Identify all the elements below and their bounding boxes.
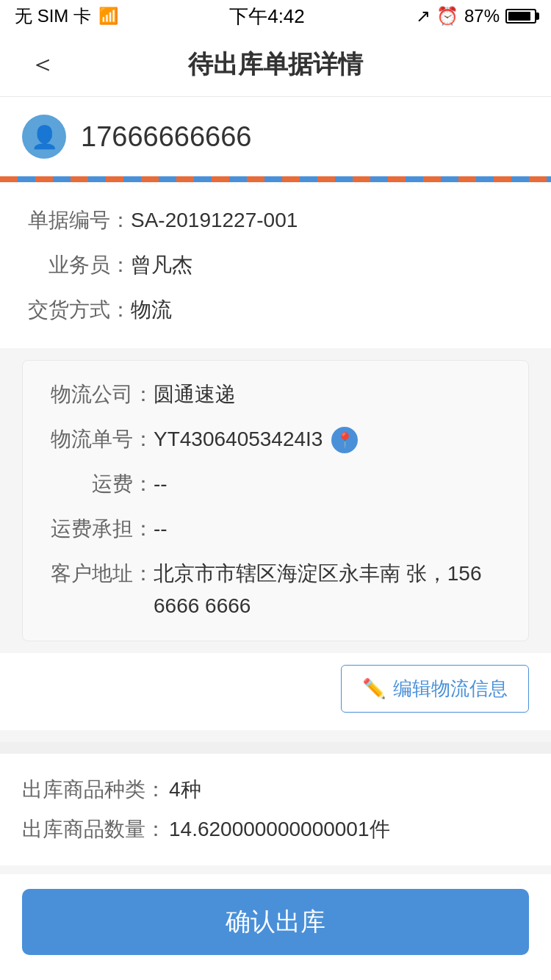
- edit-icon: ✏️: [362, 677, 386, 700]
- logistics-company-label: 物流公司：: [45, 378, 154, 411]
- address-label: 客户地址：: [45, 558, 154, 591]
- address-row: 客户地址： 北京市市辖区海淀区永丰南 张，156 6666 6666: [45, 558, 506, 624]
- avatar-icon: 👤: [31, 124, 58, 150]
- tracking-no-row: 物流单号： YT43064053424I3 📍: [45, 423, 506, 456]
- status-right: ↗ ⏰ 87%: [416, 6, 536, 26]
- freight-row: 运费： --: [45, 468, 506, 501]
- avatar: 👤: [22, 115, 66, 159]
- location-status-icon: ↗: [416, 6, 431, 26]
- product-quantity-label: 出库商品数量：: [22, 815, 169, 843]
- sales-person-label: 业务员：: [22, 249, 131, 282]
- product-types-label: 出库商品种类：: [22, 776, 169, 804]
- status-left: 无 SIM 卡 📶: [15, 4, 118, 28]
- tracking-location-icon[interactable]: 📍: [331, 427, 358, 453]
- freight-bear-value: --: [154, 513, 506, 546]
- order-info-section: 单据编号： SA-20191227-001 业务员： 曾凡杰 交货方式： 物流: [0, 182, 551, 348]
- order-no-value: SA-20191227-001: [131, 204, 529, 237]
- logistics-company-row: 物流公司： 圆通速递: [45, 378, 506, 411]
- battery-percent: 87%: [464, 6, 500, 26]
- freight-value: --: [154, 468, 506, 501]
- nav-bar: ＜ 待出库单据详情: [0, 32, 551, 97]
- dashed-divider: [0, 176, 551, 182]
- product-quantity-value: 14.620000000000001件: [169, 815, 390, 843]
- order-no-label: 单据编号：: [22, 204, 131, 237]
- sales-person-value: 曾凡杰: [131, 249, 529, 282]
- customer-section: 👤 17666666666: [0, 97, 551, 176]
- delivery-method-row: 交货方式： 物流: [22, 294, 529, 327]
- tracking-no-value: YT43064053424I3 📍: [154, 423, 506, 456]
- freight-bear-label: 运费承担：: [45, 513, 154, 546]
- address-value: 北京市市辖区海淀区永丰南 张，156 6666 6666: [154, 558, 506, 624]
- bottom-button-wrap: 确认出库: [0, 874, 551, 980]
- status-bar: 无 SIM 卡 📶 下午4:42 ↗ ⏰ 87%: [0, 0, 551, 32]
- confirm-outbound-button[interactable]: 确认出库: [22, 889, 529, 955]
- logistics-company-value: 圆通速递: [154, 378, 506, 411]
- carrier-label: 无 SIM 卡: [15, 4, 91, 28]
- delivery-method-value: 物流: [131, 294, 529, 327]
- delivery-method-label: 交货方式：: [22, 294, 131, 327]
- tracking-no-label: 物流单号：: [45, 423, 154, 456]
- logistics-card: 物流公司： 圆通速递 物流单号： YT43064053424I3 📍 运费： -…: [22, 360, 529, 641]
- status-time: 下午4:42: [229, 4, 305, 29]
- product-quantity-row: 出库商品数量： 14.620000000000001件: [22, 815, 529, 843]
- product-types-row: 出库商品种类： 4种: [22, 776, 529, 804]
- freight-label: 运费：: [45, 468, 154, 501]
- freight-bear-row: 运费承担： --: [45, 513, 506, 546]
- edit-logistics-button[interactable]: ✏️ 编辑物流信息: [341, 665, 529, 713]
- customer-phone: 17666666666: [81, 121, 251, 153]
- sales-person-row: 业务员： 曾凡杰: [22, 249, 529, 282]
- section-divider: [0, 742, 551, 754]
- products-section: 出库商品种类： 4种 出库商品数量： 14.620000000000001件: [0, 754, 551, 865]
- page-title: 待出库单据详情: [188, 48, 363, 82]
- alarm-icon: ⏰: [436, 6, 458, 26]
- wifi-icon: 📶: [98, 7, 118, 26]
- back-button[interactable]: ＜: [22, 39, 63, 90]
- battery-icon: [505, 9, 536, 24]
- product-types-value: 4种: [169, 776, 201, 804]
- order-no-row: 单据编号： SA-20191227-001: [22, 204, 529, 237]
- edit-logistics-row: ✏️ 编辑物流信息: [0, 653, 551, 730]
